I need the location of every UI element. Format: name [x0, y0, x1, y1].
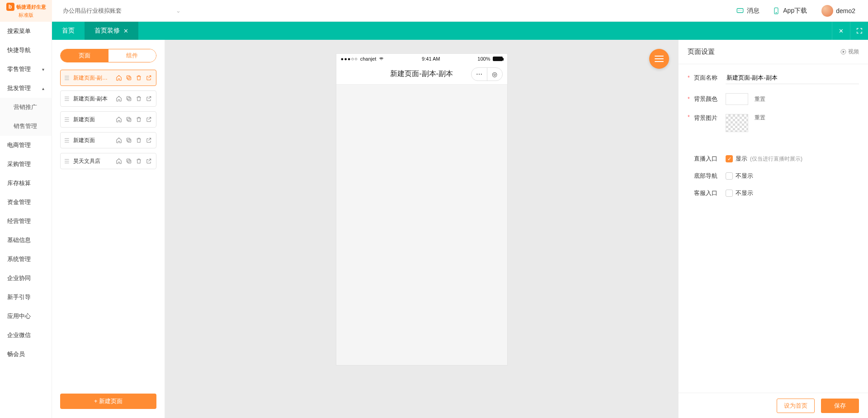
mini-program-capsule[interactable]: ⋯ ◎ [471, 67, 503, 81]
sidebar-item[interactable]: 应用中心 [0, 307, 52, 326]
delete-icon[interactable] [135, 157, 142, 165]
new-page-button[interactable]: + 新建页面 [60, 394, 156, 409]
sidebar-item[interactable]: 新手引导 [0, 288, 52, 307]
sidebar-item-label: 营销推广 [14, 103, 37, 111]
page-row[interactable]: ☰昊天文具店 [60, 153, 156, 169]
sidebar-item[interactable]: 经营管理 [0, 212, 52, 231]
copy-icon[interactable] [125, 74, 132, 81]
sidebar-item-label: 畅会员 [7, 350, 25, 358]
tab-decor[interactable]: 首页装修 ✕ [85, 22, 138, 40]
sidebar-item-label: 库存核算 [7, 179, 31, 187]
sidebar: 搜索菜单快捷导航零售管理▾批发管理▴营销推广销售管理电商管理采购管理库存核算资金… [0, 22, 52, 418]
tab-home[interactable]: 首页 [52, 22, 85, 40]
canvas-menu-fab[interactable] [649, 49, 669, 69]
messages-button[interactable]: 消息 [736, 7, 760, 15]
home-icon[interactable] [115, 74, 123, 81]
message-icon [736, 7, 744, 15]
seg-component[interactable]: 组件 [108, 49, 156, 62]
home-icon[interactable] [115, 95, 123, 102]
sidebar-item[interactable]: 搜索菜单 [0, 22, 52, 41]
chevron-down-icon: ⌄ [176, 7, 181, 14]
share-icon[interactable] [145, 95, 152, 102]
drag-icon[interactable]: ☰ [64, 75, 70, 81]
copy-icon[interactable] [125, 95, 132, 102]
sidebar-item[interactable]: 营销推广 [0, 98, 52, 117]
sidebar-item[interactable]: 资金管理 [0, 193, 52, 212]
delete-icon[interactable] [135, 116, 142, 123]
sidebar-item[interactable]: 企业协同 [0, 269, 52, 288]
share-icon[interactable] [145, 157, 152, 165]
settings-title: 页面设置 [688, 48, 715, 56]
save-button[interactable]: 保存 [821, 399, 859, 413]
live-show-checkbox[interactable]: ✓ 显示 [726, 155, 747, 163]
page-row[interactable]: ☰新建页面-副本-... [60, 70, 156, 86]
sidebar-item-label: 搜索菜单 [7, 27, 31, 35]
home-icon[interactable] [115, 116, 123, 123]
copy-icon[interactable] [125, 116, 132, 123]
page-name-input[interactable] [726, 71, 859, 84]
tab-close-all[interactable]: ✕ [832, 22, 850, 40]
sidebar-item-label: 新手引导 [7, 293, 31, 301]
share-icon[interactable] [145, 116, 152, 123]
drag-icon[interactable]: ☰ [64, 158, 70, 165]
sidebar-item[interactable]: 采购管理 [0, 155, 52, 174]
sidebar-item[interactable]: 基础信息 [0, 231, 52, 250]
sidebar-item[interactable]: 销售管理 [0, 117, 52, 136]
delete-icon[interactable] [135, 95, 142, 102]
share-icon[interactable] [145, 137, 152, 144]
svg-rect-5 [128, 98, 131, 101]
page-row[interactable]: ☰新建页面-副本 [60, 90, 156, 107]
sidebar-item[interactable]: 畅会员 [0, 345, 52, 364]
phone-body[interactable] [336, 85, 507, 365]
set-home-button[interactable]: 设为首页 [777, 399, 815, 413]
page-row[interactable]: ☰新建页面 [60, 111, 156, 128]
sidebar-item-label: 零售管理 [7, 65, 31, 73]
sidebar-item-label: 系统管理 [7, 255, 31, 263]
svg-rect-10 [127, 138, 130, 141]
sidebar-item[interactable]: 快捷导航 [0, 41, 52, 60]
home-icon[interactable] [115, 157, 123, 165]
cs-entry-checkbox[interactable]: 不显示 [726, 189, 753, 197]
copy-icon[interactable] [125, 137, 132, 144]
sidebar-item-label: 企业协同 [7, 274, 31, 282]
sidebar-item[interactable]: 电商管理 [0, 136, 52, 155]
sidebar-item[interactable]: 库存核算 [0, 174, 52, 193]
bottom-nav-checkbox[interactable]: 不显示 [726, 172, 753, 180]
bg-color-swatch[interactable] [726, 93, 748, 105]
sidebar-item-label: 应用中心 [7, 312, 31, 320]
share-icon[interactable] [145, 74, 152, 81]
target-icon[interactable]: ◎ [487, 68, 502, 81]
close-icon[interactable]: ✕ [123, 28, 128, 34]
bg-image-reset[interactable]: 重置 [755, 114, 765, 122]
sidebar-item[interactable]: 零售管理▾ [0, 60, 52, 79]
home-icon[interactable] [115, 137, 123, 144]
sidebar-item[interactable]: 批发管理▴ [0, 79, 52, 98]
tab-strip: 首页 首页装修 ✕ ✕ [52, 22, 868, 40]
video-link[interactable]: 视频 [840, 48, 859, 56]
seg-page[interactable]: 页面 [61, 49, 108, 62]
app-download-button[interactable]: App下载 [772, 7, 807, 15]
drag-icon[interactable]: ☰ [64, 95, 70, 102]
page-row[interactable]: ☰新建页面 [60, 132, 156, 148]
sidebar-item[interactable]: 系统管理 [0, 250, 52, 269]
delete-icon[interactable] [135, 137, 142, 144]
bg-image-swatch[interactable] [726, 114, 748, 132]
brand-logo: b 畅捷通好生意 标准版 [0, 0, 52, 22]
cs-entry-label: 客服入口 [694, 189, 726, 197]
user-menu[interactable]: demo2 [820, 5, 855, 17]
bg-color-reset[interactable]: 重置 [755, 95, 765, 103]
more-icon[interactable]: ⋯ [472, 68, 487, 81]
live-hint: (仅当进行直播时展示) [750, 155, 802, 163]
settings-panel: 页面设置 视频 * 页面名称 * [678, 40, 868, 418]
main-area: 首页 首页装修 ✕ ✕ 页面 组件 ☰新建页面-副本-...☰新建页面-副本☰新… [52, 22, 868, 418]
field-page-name: * 页面名称 [688, 71, 859, 84]
fullscreen-icon[interactable] [850, 22, 868, 40]
sidebar-item-label: 采购管理 [7, 160, 31, 168]
svg-rect-8 [127, 117, 130, 120]
sidebar-item[interactable]: 企业微信 [0, 326, 52, 345]
drag-icon[interactable]: ☰ [64, 116, 70, 123]
drag-icon[interactable]: ☰ [64, 137, 70, 144]
delete-icon[interactable] [135, 74, 142, 81]
account-selector[interactable]: 办公用品行业模拟账套 ⌄ [63, 7, 181, 15]
copy-icon[interactable] [125, 157, 132, 165]
